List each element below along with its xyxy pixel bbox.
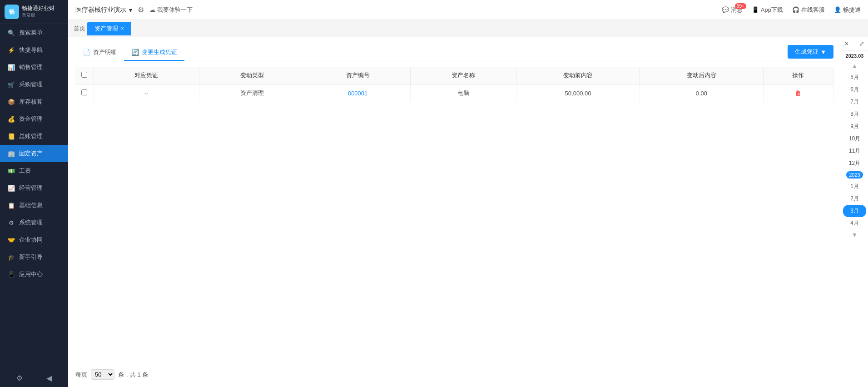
row-checkbox[interactable] [81,89,87,95]
online-service-btn[interactable]: 🎧 在线客服 [792,6,825,14]
sidebar-label-sales: 销售管理 [19,63,43,71]
salary-icon: 💵 [7,167,15,175]
scroll-down-btn[interactable]: ▼ [850,229,860,240]
experience-label: 我要体验一下 [157,6,193,14]
company-selector[interactable]: 医疗器械行业演示 ▾ [75,6,132,14]
sidebar-settings-btn[interactable]: ⚙ [16,374,23,382]
message-icon: 💬 [722,6,729,13]
row-before-change: 50,000.00 [516,84,640,102]
subtab-change-voucher-label: 变更生成凭证 [142,48,177,56]
system-icon: ⚙ [7,218,15,227]
month-4[interactable]: 4月 [841,217,868,229]
scroll-up-btn[interactable]: ▲ [850,60,860,71]
table-container: 对应凭证 变动类型 资产编号 资产名称 变动前内容 变动后内容 操作 [75,67,833,365]
table-row: -- 资产清理 000001 电脑 50,000.00 0.00 🗑 [75,84,833,102]
month-9[interactable]: 9月 [841,120,868,133]
sidebar-item-guide[interactable]: 🎓 新手引导 [0,248,68,266]
appcenter-icon: 📱 [7,270,15,278]
sidebar-label-quicknav: 快捷导航 [19,46,43,54]
month-12[interactable]: 12月 [841,157,868,169]
sidebar-item-inventory[interactable]: 📦 库存核算 [0,93,68,110]
per-page-select[interactable]: 50 10 20 100 [91,369,114,380]
sidebar-item-salary[interactable]: 💵 工资 [0,162,68,179]
sidebar-label-system: 系统管理 [19,218,43,227]
select-all-checkbox[interactable] [81,72,87,78]
sidebar-item-appcenter[interactable]: 📱 应用中心 [0,266,68,283]
guide-icon: 🎓 [7,253,15,261]
row-asset-name: 电脑 [411,84,516,102]
topbar: 医疗器械行业演示 ▾ ⚙ ☁ 我要体验一下 💬 消息 99+ 📱 App下载 🎧… [68,0,868,20]
sidebar-item-sales[interactable]: 📊 销售管理 [0,59,68,76]
cloud-icon: ☁ [149,6,155,13]
app-name: 畅捷通好业财 [22,5,55,12]
operations-icon: 📈 [7,184,15,192]
toolbar: 生成凭证 ▼ [788,45,833,60]
user-btn[interactable]: 👤 畅捷通 [834,6,861,14]
right-panel-close-btn[interactable]: × [845,40,848,47]
app-download-label: App下载 [761,6,783,14]
sidebar-label-fixedasset: 固定资产 [19,149,43,158]
sidebar-item-purchase[interactable]: 🛒 采购管理 [0,76,68,93]
month-3-active[interactable]: 3月 [843,205,866,217]
th-voucher: 对应凭证 [94,67,199,84]
messages-btn[interactable]: 💬 消息 99+ [722,6,743,14]
generate-voucher-btn[interactable]: 生成凭证 ▼ [788,45,833,59]
month-11[interactable]: 11月 [841,145,868,157]
delete-btn[interactable]: 🗑 [795,89,801,97]
logo-icon: 畅 [5,5,19,19]
asset-detail-icon: 📄 [83,49,90,56]
sub-tabs: 📄 资产明细 🔄 变更生成凭证 生成凭证 ▼ [75,45,833,61]
sales-icon: 📊 [7,63,15,71]
fixedasset-icon: 🏢 [7,149,15,158]
subtab-change-voucher[interactable]: 🔄 变更生成凭证 [124,45,184,61]
quicknav-icon: ⚡ [7,46,15,54]
service-icon: 🎧 [792,6,799,13]
row-after-change: 0.00 [640,84,763,102]
pagination: 每页 50 10 20 100 条，共 1 条 [75,365,833,380]
right-panel-expand-btn[interactable]: ⤢ [859,40,864,47]
sidebar-toggle-btn[interactable]: ◀ [46,374,52,382]
sidebar-item-quicknav[interactable]: ⚡ 快捷导航 [0,41,68,59]
tab-label: 资产管理 [94,25,118,33]
tab-home[interactable]: 首页 [74,25,85,33]
year-badge: 2023 [846,171,863,179]
total-label: 条，共 1 条 [118,371,148,379]
sidebar-footer: ⚙ ◀ [0,369,68,387]
user-icon: 👤 [834,6,841,13]
month-6[interactable]: 6月 [841,84,868,96]
sidebar-item-ledger[interactable]: 📒 总账管理 [0,128,68,145]
sidebar-item-search[interactable]: 🔍 搜索菜单 [0,24,68,41]
month-8[interactable]: 8月 [841,108,868,120]
month-10[interactable]: 10月 [841,133,868,145]
app-download-btn[interactable]: 📱 App下载 [752,6,783,14]
sidebar-item-operations[interactable]: 📈 经营管理 [0,179,68,197]
right-panel-header: × ⤢ [841,37,868,50]
enterprise-icon: 🤝 [7,236,15,244]
sidebar-label-operations: 经营管理 [19,184,43,192]
experience-btn[interactable]: ☁ 我要体验一下 [149,6,193,14]
sidebar-item-funds[interactable]: 💰 资金管理 [0,110,68,128]
right-panel: × ⤢ 2023.03 ▲ 5月 6月 7月 8月 9月 10月 11月 12月… [841,37,868,387]
sidebar-item-basic[interactable]: 📋 基础信息 [0,197,68,214]
month-7[interactable]: 7月 [841,96,868,108]
topbar-settings-btn[interactable]: ⚙ [138,5,144,14]
tab-asset-management[interactable]: 资产管理 × [87,22,131,35]
tab-close-btn[interactable]: × [121,25,124,32]
sidebar-label-purchase: 采购管理 [19,80,43,89]
sidebar-item-fixedasset[interactable]: 🏢 固定资产 [0,145,68,162]
main-area: 医疗器械行业演示 ▾ ⚙ ☁ 我要体验一下 💬 消息 99+ 📱 App下载 🎧… [68,0,868,387]
topbar-right: 💬 消息 99+ 📱 App下载 🎧 在线客服 👤 畅捷通 [722,6,861,14]
subtab-asset-detail[interactable]: 📄 资产明细 [75,45,124,61]
sidebar: 畅 畅捷通好业财 普及版 🔍 搜索菜单 ⚡ 快捷导航 📊 销售管理 🛒 采购管理… [0,0,68,387]
row-asset-code: 000001 [305,84,411,102]
funds-icon: 💰 [7,115,15,123]
month-2[interactable]: 2月 [841,193,868,205]
sidebar-item-system[interactable]: ⚙ 系统管理 [0,214,68,231]
sidebar-item-enterprise[interactable]: 🤝 企业协同 [0,231,68,248]
basic-icon: 📋 [7,201,15,209]
month-1[interactable]: 1月 [841,180,868,193]
change-voucher-icon: 🔄 [131,49,139,56]
th-change-type: 变动类型 [199,67,305,84]
sidebar-label-salary: 工资 [19,167,31,175]
month-5[interactable]: 5月 [841,71,868,84]
